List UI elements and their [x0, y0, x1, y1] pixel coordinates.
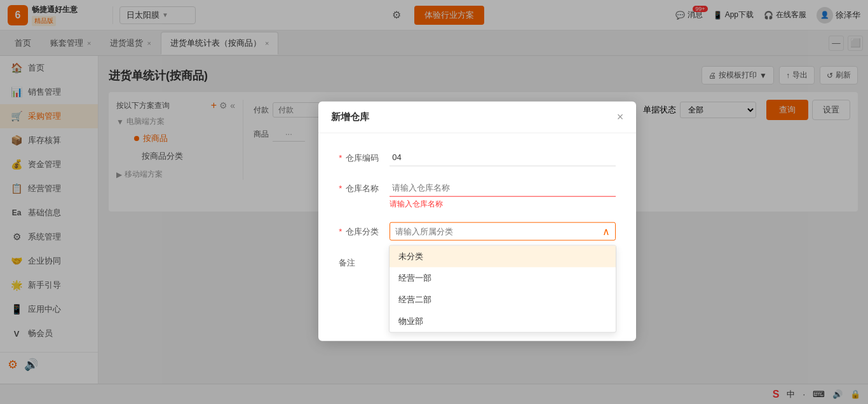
name-label: * 仓库名称: [339, 179, 390, 194]
name-input[interactable]: [390, 179, 616, 197]
name-error-tip: 请输入仓库名称: [390, 199, 616, 210]
classify-input-wrap: ∧ 未分类 经营一部 经营二部 物业部: [390, 222, 616, 241]
name-label-text: 仓库名称: [346, 184, 379, 193]
code-input[interactable]: [390, 149, 616, 166]
item-unclassified-label: 未分类: [398, 252, 423, 261]
form-row-name: * 仓库名称 请输入仓库名称: [339, 179, 616, 210]
classify-selector[interactable]: ∧: [390, 222, 616, 241]
code-label-text: 仓库编码: [346, 153, 379, 163]
modal-title: 新增仓库: [331, 111, 369, 123]
modal-header: 新增仓库 ×: [318, 102, 636, 133]
modal-close-btn[interactable]: ×: [617, 111, 624, 124]
classify-dropdown: 未分类 经营一部 经营二部 物业部: [389, 245, 616, 333]
dropdown-item-unclassified[interactable]: 未分类: [390, 246, 616, 267]
dropdown-item-dept1[interactable]: 经营一部: [390, 267, 616, 289]
add-warehouse-modal: 新增仓库 × * 仓库编码 * 仓库名称 请输入仓库名称: [318, 102, 636, 341]
item-dept1-label: 经营一部: [398, 273, 431, 283]
classify-label-text: 仓库分类: [346, 227, 379, 236]
form-row-code: * 仓库编码: [339, 149, 616, 166]
code-required: *: [339, 153, 342, 163]
classify-label: * 仓库分类: [339, 222, 390, 238]
item-dept2-label: 经营二部: [398, 295, 431, 304]
code-label: * 仓库编码: [339, 149, 390, 164]
name-input-wrap: 请输入仓库名称: [390, 179, 616, 210]
code-input-wrap: [390, 149, 616, 166]
dropdown-item-dept2[interactable]: 经营二部: [390, 289, 616, 311]
classify-required: *: [339, 227, 342, 236]
name-required: *: [339, 184, 342, 193]
form-row-classify: * 仓库分类 ∧ 未分类 经营一部 经营二部: [339, 222, 616, 241]
dropdown-item-property[interactable]: 物业部: [390, 311, 616, 332]
item-property-label: 物业部: [398, 316, 423, 326]
note-label: 备注: [339, 253, 390, 269]
classify-input[interactable]: [395, 227, 602, 236]
classify-arrow-icon[interactable]: ∧: [602, 226, 610, 238]
modal-body: * 仓库编码 * 仓库名称 请输入仓库名称 * 仓库分类: [318, 133, 636, 299]
note-label-text: 备注: [339, 258, 355, 267]
